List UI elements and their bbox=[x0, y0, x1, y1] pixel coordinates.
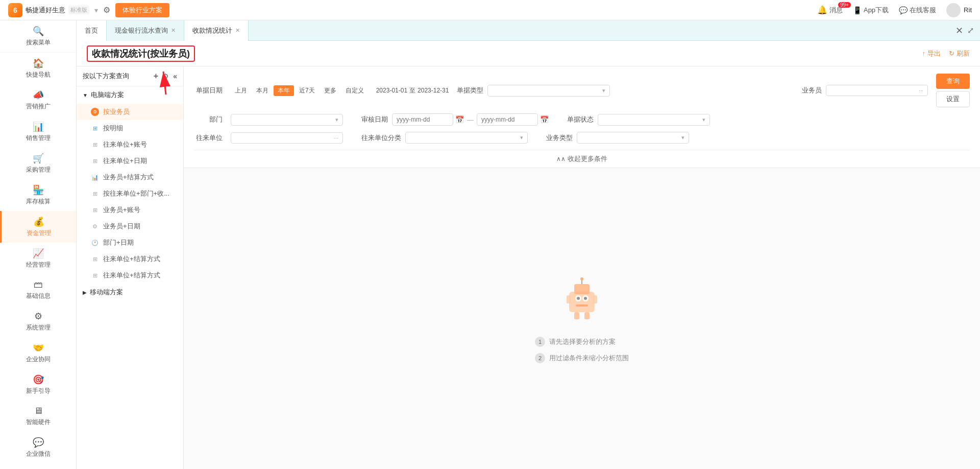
business-type-chevron: ▾ bbox=[681, 134, 684, 141]
date-btn-custom[interactable]: 自定义 bbox=[341, 85, 368, 96]
sidebar-item-wechat[interactable]: 💬 企业微信 bbox=[0, 432, 76, 463]
audit-date-calendar-from[interactable]: 📅 bbox=[455, 115, 464, 124]
nav-label: 快捷导航 bbox=[26, 71, 51, 79]
tab-cashflow-close[interactable]: ✕ bbox=[171, 27, 176, 34]
date-btn-last-month[interactable]: 上月 bbox=[231, 85, 251, 96]
refresh-icon: ↻ bbox=[949, 50, 954, 57]
tab-collection-close[interactable]: ✕ bbox=[235, 27, 240, 34]
gear-icon[interactable]: ⚙ bbox=[103, 5, 110, 15]
tab-home[interactable]: 首页 bbox=[77, 20, 107, 41]
bill-status-select[interactable]: ▾ bbox=[598, 114, 710, 126]
left-panel-actions: + ⚙ « bbox=[154, 72, 177, 81]
sidebar-item-nav[interactable]: 🏠 快捷导航 bbox=[0, 53, 76, 84]
page-title-box: 收款情况统计(按业务员) bbox=[87, 45, 195, 62]
edition-label: 标准版 bbox=[68, 6, 89, 14]
plan-item-label-5: 按往来单位+部门+收... bbox=[103, 189, 169, 198]
date-btn-this-month[interactable]: 本月 bbox=[252, 85, 273, 96]
sidebar-item-inventory[interactable]: 🏪 库存核算 bbox=[0, 179, 76, 211]
sidebar-item-system[interactable]: ⚙ 系统管理 bbox=[0, 306, 76, 337]
plan-item-counterpart-settlement2[interactable]: ⊞ 往来单位+结算方式 bbox=[77, 267, 183, 284]
plan-item-salesperson-account[interactable]: ⊞ 业务员+账号 bbox=[77, 202, 183, 218]
desktop-plan-header[interactable]: ▼ 电脑端方案 bbox=[77, 86, 183, 104]
plan-item-salesperson[interactable]: ⚙ 按业务员 bbox=[77, 104, 183, 120]
tab-cashflow[interactable]: 现金银行流水查询 ✕ bbox=[107, 20, 184, 41]
bill-type-select[interactable]: ▾ bbox=[487, 85, 610, 97]
desktop-plan-group: ▼ 电脑端方案 ⚙ 按业务员 ⊞ 按明细 ⊞ bbox=[77, 86, 183, 284]
mobile-plan-header[interactable]: ▶ 移动端方案 bbox=[77, 284, 183, 301]
plan-item-counterpart-account[interactable]: ⊞ 往来单位+账号 bbox=[77, 136, 183, 153]
plan-item-detail[interactable]: ⊞ 按明细 bbox=[77, 120, 183, 136]
sidebar-item-sales[interactable]: 📊 销售管理 bbox=[0, 116, 76, 148]
detail-plan-icon: ⊞ bbox=[91, 124, 99, 132]
page-actions: ↑ 导出 ↻ 刷新 bbox=[922, 49, 970, 58]
message-badge: 99+ bbox=[838, 2, 851, 8]
online-service-area[interactable]: 💬 在线客服 bbox=[899, 6, 936, 15]
wechat-label: 企业微信 bbox=[26, 450, 51, 458]
audit-date-from[interactable] bbox=[392, 113, 453, 126]
plan-item-salesperson-date[interactable]: ⚙ 业务员+日期 bbox=[77, 218, 183, 235]
plan-settings-icon[interactable]: ⚙ bbox=[162, 72, 169, 80]
sidebar-item-hardware[interactable]: 🖥 智能硬件 bbox=[0, 401, 76, 432]
close-all-tab-button[interactable]: ✕ bbox=[955, 25, 963, 36]
add-plan-icon[interactable]: + bbox=[154, 72, 158, 81]
collapse-filter-btn[interactable]: ∧∧ 收起更多条件 bbox=[194, 150, 970, 168]
business-type-select[interactable]: ▾ bbox=[577, 132, 689, 144]
counterpart-input[interactable]: ··· bbox=[231, 132, 343, 144]
query-button[interactable]: 查询 bbox=[936, 74, 970, 89]
user-area[interactable]: Rit bbox=[946, 3, 972, 17]
svg-rect-10 bbox=[584, 312, 590, 319]
robot-svg bbox=[556, 274, 607, 325]
date-btn-this-year[interactable]: 本年 bbox=[274, 85, 294, 96]
svg-point-5 bbox=[584, 297, 587, 300]
sidebar-item-search[interactable]: 🔍 搜索菜单 bbox=[0, 20, 76, 53]
sidebar-item-marketing[interactable]: 📣 营销推广 bbox=[0, 84, 76, 116]
sidebar-item-purchase[interactable]: 🛒 采购管理 bbox=[0, 148, 76, 179]
sidebar-item-vip[interactable]: V 畅会员 bbox=[0, 463, 76, 469]
audit-date-calendar-to[interactable]: 📅 bbox=[540, 115, 549, 124]
message-area[interactable]: 🔔 消息 99+ bbox=[817, 5, 843, 15]
inventory-label: 库存核算 bbox=[26, 197, 51, 206]
sidebar-item-basics[interactable]: 🗃 基础信息 bbox=[0, 274, 76, 306]
svg-rect-1 bbox=[574, 284, 590, 294]
counterpart-date-icon: ⊞ bbox=[91, 157, 99, 165]
tab-collection[interactable]: 收款情况统计 ✕ bbox=[184, 20, 249, 41]
counterpart-category-chevron: ▾ bbox=[520, 134, 523, 141]
sidebar-item-finance[interactable]: 💰 资金管理 bbox=[0, 211, 76, 243]
export-button[interactable]: ↑ 导出 bbox=[922, 49, 941, 58]
sidebar-item-collab[interactable]: 🤝 企业协同 bbox=[0, 337, 76, 369]
refresh-button[interactable]: ↻ 刷新 bbox=[949, 49, 970, 58]
sidebar-item-operation[interactable]: 📈 经营管理 bbox=[0, 243, 76, 274]
sales-label: 销售管理 bbox=[26, 134, 51, 143]
plan-item-counterpart-dept[interactable]: ⊞ 按往来单位+部门+收... bbox=[77, 185, 183, 202]
app-download-area[interactable]: 📱 App下载 bbox=[853, 6, 889, 15]
empty-tip-2: 2 用过滤条件来缩小分析范围 bbox=[535, 353, 629, 363]
collapse-panel-icon[interactable]: « bbox=[173, 72, 177, 80]
date-label: 单据日期 bbox=[194, 86, 223, 95]
plan-item-counterpart-settlement1[interactable]: ⊞ 往来单位+结算方式 bbox=[77, 251, 183, 267]
date-btn-more[interactable]: 更多 bbox=[320, 85, 340, 96]
audit-date-to[interactable] bbox=[477, 113, 538, 126]
date-btn-7days[interactable]: 近7天 bbox=[295, 85, 319, 96]
nav-icon: 🏠 bbox=[33, 58, 44, 69]
sidebar-item-guide[interactable]: 🎯 新手引导 bbox=[0, 369, 76, 401]
counterpart-more-btn[interactable]: ··· bbox=[334, 135, 338, 141]
maximize-window-button[interactable]: ⤢ bbox=[967, 26, 974, 35]
content-area: 首页 现金银行流水查询 ✕ 收款情况统计 ✕ ✕ ⤢ 收款情况统计(按业 bbox=[77, 20, 980, 469]
avatar bbox=[946, 3, 961, 17]
operation-label: 经营管理 bbox=[26, 261, 51, 269]
trial-button[interactable]: 体验行业方案 bbox=[115, 3, 169, 17]
date-to-value: 2023-12-31 bbox=[418, 87, 449, 94]
plan-item-salesperson-settlement[interactable]: 📊 业务员+结算方式 bbox=[77, 169, 183, 185]
date-separator: 至 bbox=[409, 86, 415, 95]
collapse-chevron-icon: ∧∧ bbox=[556, 155, 566, 162]
svg-rect-8 bbox=[593, 295, 597, 303]
counterpart-category-select[interactable]: ▾ bbox=[405, 132, 528, 144]
plan-item-counterpart-date[interactable]: ⊞ 往来单位+日期 bbox=[77, 153, 183, 169]
system-icon: ⚙ bbox=[34, 311, 42, 322]
salesperson-select[interactable]: ··· bbox=[826, 85, 928, 96]
bill-status-chevron: ▾ bbox=[702, 116, 705, 123]
dept-select[interactable]: ▾ bbox=[231, 114, 343, 126]
plan-item-dept-date[interactable]: 🕐 部门+日期 bbox=[77, 235, 183, 251]
settings-button[interactable]: 设置 bbox=[936, 91, 970, 107]
nav-chevron[interactable]: ▾ bbox=[94, 6, 98, 14]
